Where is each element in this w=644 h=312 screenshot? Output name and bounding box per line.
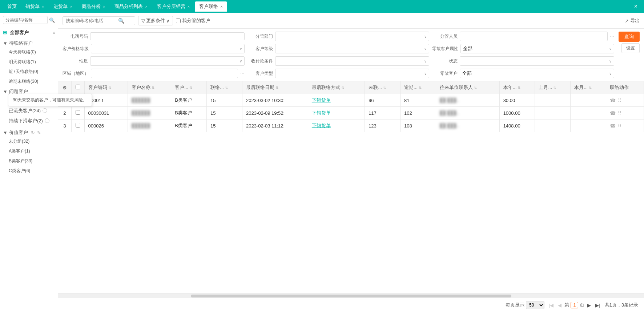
refresh-icon[interactable]: ↻ <box>31 130 35 135</box>
action-contact-icon[interactable]: ☎ <box>610 110 616 116</box>
row-contact-cnt: 15 <box>207 107 242 119</box>
row-checkbox[interactable] <box>71 119 84 132</box>
status-select[interactable]: ∨ <box>460 56 614 66</box>
dept-select[interactable]: ∨ <box>275 32 430 41</box>
payment-select[interactable]: ∨ <box>275 56 430 66</box>
action-contact-icon[interactable]: ☎ <box>610 123 616 129</box>
row-overdue: 108 <box>400 119 436 132</box>
action-more-icon[interactable]: ⠿ <box>618 123 621 129</box>
nature-select[interactable]: ∨ <box>90 56 245 66</box>
close-tab-purchase[interactable]: × <box>70 4 72 9</box>
nav-tab-purchase[interactable]: 进货单 × <box>49 1 76 12</box>
region-select[interactable] <box>91 69 238 78</box>
manager-select[interactable] <box>460 32 608 41</box>
query-button[interactable]: 查询 <box>619 32 640 42</box>
price-level-select[interactable]: ∨ <box>91 44 245 53</box>
next-page-button[interactable]: ▶ <box>586 302 592 309</box>
horizontal-scrollbar[interactable] <box>58 293 644 298</box>
row-last-way[interactable]: 下销货单 <box>308 107 365 119</box>
prev-page-button[interactable]: ◀ <box>556 302 563 309</box>
sidebar-collapse-icon[interactable]: « <box>52 30 55 35</box>
search-icon[interactable]: 🔍 <box>118 18 124 24</box>
table-container: ⚙ 客户编码⇅ 客户名称⇅ 客户...⇅ 联络...⇅ 最后联络日期⇅ 最后联络… <box>58 81 644 293</box>
more-conditions-button[interactable]: ▽ 更多条件 ∨ <box>138 16 173 25</box>
edit-icon[interactable]: ✎ <box>37 130 41 135</box>
row-checkbox[interactable] <box>71 107 84 119</box>
page-size-control: 每页显示 50 100 200 <box>506 301 544 309</box>
col-last-date[interactable]: 最后联络日期⇅ <box>242 81 308 94</box>
col-type[interactable]: 客户...⇅ <box>171 81 207 94</box>
row-last-month <box>535 119 571 132</box>
col-action: 联络动作 <box>606 81 644 94</box>
col-code[interactable]: 客户编码⇅ <box>84 81 128 94</box>
col-year[interactable]: 本年...⇅ <box>499 81 535 94</box>
select-all-checkbox[interactable] <box>76 85 80 89</box>
col-uncontacted[interactable]: 未联...⇅ <box>365 81 401 94</box>
action-more-icon[interactable]: ⠿ <box>618 98 621 103</box>
close-tab-sales[interactable]: × <box>42 4 44 9</box>
action-contact-icon[interactable]: ☎ <box>610 98 616 103</box>
col-last-month[interactable]: 上月...⇅ <box>535 81 571 94</box>
nav-home[interactable]: 首页 <box>4 3 20 10</box>
sidebar-item-tomorrow[interactable]: 明天待联络(1) <box>1 57 56 66</box>
export-button[interactable]: ↗ 导出 <box>625 17 640 24</box>
phone-input[interactable] <box>90 32 245 40</box>
page-size-select[interactable]: 50 100 200 <box>526 301 544 309</box>
table-row: 2 00030031 ██████ B类客户 15 2023-02-09 19:… <box>58 107 644 119</box>
mine-checkbox[interactable] <box>176 19 181 23</box>
row-last-way[interactable]: 下销货单 <box>308 119 365 132</box>
first-page-button[interactable]: |◀ <box>547 302 555 309</box>
sidebar-item-overdue[interactable]: 逾期未联络(30) <box>1 77 56 86</box>
sidebar-group-pending[interactable]: ▼ 待联络客户 <box>0 38 58 47</box>
search-input[interactable] <box>66 18 117 23</box>
sidebar-all-customers[interactable]: ⊞ 全部客户 « <box>0 27 58 38</box>
setting-button[interactable]: 设置 <box>621 43 640 53</box>
col-cur-month[interactable]: 本月...⇅ <box>571 81 606 94</box>
nav-tab-sales[interactable]: 销货单 × <box>21 1 48 12</box>
region-dots[interactable]: ··· <box>240 70 245 76</box>
close-tab-customer-tier[interactable]: × <box>188 4 190 9</box>
nav-tab-customer-contact[interactable]: 客户联络 × <box>195 1 227 12</box>
col-last-way[interactable]: 最后联络方式⇅ <box>308 81 365 94</box>
col-name[interactable]: 客户名称⇅ <box>128 81 171 94</box>
h-scroll-thumb[interactable] <box>191 295 511 297</box>
zero-customer-select[interactable]: 全部 ∨ <box>460 69 614 78</box>
window-close-icon[interactable]: × <box>631 3 640 10</box>
sidebar-item-class-c[interactable]: C类客户(6) <box>1 166 56 175</box>
row-contact-cnt: 15 <box>207 94 242 107</box>
nav-tab-analysis[interactable]: 商品分析 × <box>77 1 109 12</box>
col-settings[interactable]: ⚙ <box>58 81 71 94</box>
close-tab-analysis[interactable]: × <box>103 4 105 9</box>
nav-tab-analysis-list[interactable]: 商品分析列表 × <box>110 1 152 12</box>
close-tab-analysis-list[interactable]: × <box>145 4 147 9</box>
nav-tab-customer-tier[interactable]: 客户分层经营 × <box>153 1 194 12</box>
info-icon2: ⓘ <box>45 118 49 123</box>
sidebar-item-7days[interactable]: 近7天待联络(0) <box>1 67 56 76</box>
action-more-icon[interactable]: ⠿ <box>618 110 621 116</box>
customer-type-select[interactable]: ∨ <box>275 69 430 78</box>
sidebar-item-churned[interactable]: 已流失客户(24) ⓘ <box>1 106 56 116</box>
sidebar-item-today[interactable]: 今天待联络(0) <box>1 48 56 57</box>
row-last-date: 2023-02-03 11:12: <box>242 119 308 132</box>
advanced-filter: 电话号码 分管部门 ∨ 分管人员 <box>58 29 644 81</box>
col-checkbox[interactable] <box>71 81 84 94</box>
sidebar-search-icon[interactable]: 🔍 <box>49 17 55 23</box>
last-page-button[interactable]: ▶| <box>594 302 601 309</box>
sidebar-item-declining[interactable]: 持续下滑客户(2) ⓘ <box>1 116 56 126</box>
col-overdue[interactable]: 逾期...⇅ <box>400 81 436 94</box>
sidebar-item-ungrouped[interactable]: 未分组(32) <box>1 137 56 146</box>
sidebar-search-input[interactable] <box>3 16 48 24</box>
row-last-date: 2023-02-09 19:52: <box>242 107 308 119</box>
customer-level-select[interactable]: ∨ <box>275 44 430 53</box>
sidebar-item-class-a[interactable]: A类客户(1) <box>1 147 56 156</box>
row-last-date: 2023-03-02 10:30: <box>242 94 308 107</box>
manager-dots[interactable]: ··· <box>610 33 614 39</box>
sidebar-item-class-b[interactable]: B类客户(33) <box>1 157 56 166</box>
col-contact-cnt[interactable]: 联络...⇅ <box>207 81 242 94</box>
zero-attr-select[interactable]: 全部 ∨ <box>460 44 614 53</box>
sidebar-group-value[interactable]: ▼ 价值客户 ↻ ✎ <box>0 127 58 137</box>
close-tab-customer-contact[interactable]: × <box>220 4 222 9</box>
row-last-way[interactable]: 下销货单 <box>308 94 365 107</box>
sort-icon-name: ⇅ <box>152 86 154 90</box>
col-liaison[interactable]: 往来单位联系人⇅ <box>436 81 499 94</box>
